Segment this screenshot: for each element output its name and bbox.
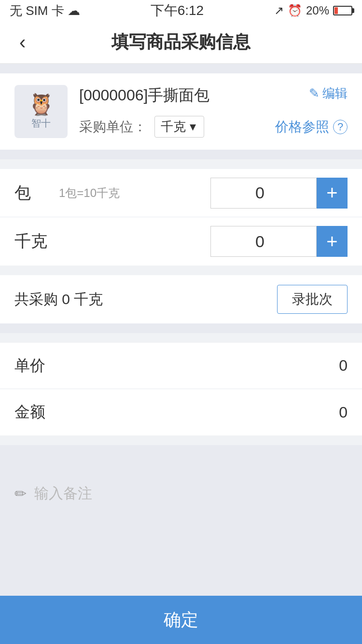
- bao-sub-label: 1包=10千克: [59, 185, 120, 201]
- price-ref-button[interactable]: 价格参照 ?: [275, 118, 348, 136]
- summary-divider: [0, 323, 362, 333]
- notes-section[interactable]: ✏ 输入备注: [0, 445, 362, 542]
- status-time: 下午6:12: [151, 1, 204, 20]
- product-name: [0000006]手撕面包: [79, 85, 209, 106]
- product-image-label: 智十: [31, 117, 51, 130]
- alarm-icon: ⏰: [288, 4, 302, 17]
- price-ref-label: 价格参照: [275, 118, 329, 136]
- notes-placeholder: 输入备注: [34, 484, 92, 504]
- unit-price-value: 0: [339, 357, 348, 375]
- edit-button[interactable]: ✎ 编辑: [309, 85, 348, 102]
- product-owl-icon: 🦉: [28, 94, 55, 115]
- kg-input-right: +: [210, 226, 348, 257]
- help-icon: ?: [333, 120, 348, 134]
- kg-label: 千克: [14, 230, 53, 252]
- confirm-label: 确定: [164, 608, 198, 632]
- edit-label: 编辑: [322, 85, 348, 102]
- bao-quantity-input[interactable]: [210, 178, 317, 209]
- unit-dropdown[interactable]: 千克 ▾: [154, 116, 204, 138]
- unit-price-label: 单价: [14, 355, 45, 377]
- product-section: 🦉 智十 [0000006]手撕面包 ✎ 编辑 采购单位： 千克 ▾ 价格参照 …: [0, 73, 362, 150]
- amount-label: 金额: [14, 402, 45, 423]
- product-info: [0000006]手撕面包 ✎ 编辑 采购单位： 千克 ▾ 价格参照 ?: [79, 85, 348, 138]
- status-left: 无 SIM 卡 ☁: [10, 2, 80, 19]
- bao-plus-button[interactable]: +: [317, 178, 348, 209]
- confirm-button[interactable]: 确定: [0, 596, 362, 644]
- status-bar: 无 SIM 卡 ☁ 下午6:12 ↗ ⏰ 20%: [0, 0, 362, 21]
- kg-plus-button[interactable]: +: [317, 226, 348, 257]
- battery-percent: 20%: [306, 4, 329, 17]
- summary-text: 共采购 0 千克: [14, 290, 103, 309]
- top-divider: [0, 64, 362, 73]
- status-right: ↗ ⏰ 20%: [274, 4, 352, 17]
- price-section: 单价 0 金额 0: [0, 343, 362, 435]
- location-icon: ↗: [274, 4, 284, 17]
- pencil-icon: ✏: [14, 485, 27, 502]
- kg-input-row: 千克 +: [0, 217, 362, 266]
- edit-icon: ✎: [309, 86, 320, 101]
- battery-icon: [333, 6, 352, 15]
- summary-row: 共采购 0 千克 录批次: [0, 275, 362, 323]
- purchase-unit-row: 采购单位： 千克 ▾ 价格参照 ?: [79, 116, 348, 138]
- unit-value: 千克: [161, 118, 186, 135]
- amount-value: 0: [339, 404, 348, 421]
- page-title: 填写商品采购信息: [111, 30, 251, 54]
- record-batch-button[interactable]: 录批次: [277, 285, 348, 314]
- quantity-section: 包 1包=10千克 + 千克 +: [0, 169, 362, 266]
- sim-label: 无 SIM 卡 ☁: [10, 2, 80, 19]
- amount-row: 金额 0: [0, 389, 362, 435]
- bao-input-row: 包 1包=10千克 +: [0, 169, 362, 217]
- chevron-down-icon: ▾: [190, 119, 196, 134]
- kg-quantity-input[interactable]: [210, 226, 317, 257]
- product-name-row: [0000006]手撕面包 ✎ 编辑: [79, 85, 348, 106]
- bao-label: 包: [14, 182, 53, 204]
- purchase-unit-label: 采购单位：: [79, 118, 147, 136]
- summary-section: 共采购 0 千克 录批次: [0, 275, 362, 323]
- mid-divider: [0, 150, 362, 159]
- unit-price-row: 单价 0: [0, 343, 362, 389]
- back-button[interactable]: ‹: [14, 27, 30, 58]
- bao-input-right: +: [210, 178, 348, 209]
- nav-bar: ‹ 填写商品采购信息: [0, 21, 362, 64]
- product-image: 🦉 智十: [14, 85, 68, 138]
